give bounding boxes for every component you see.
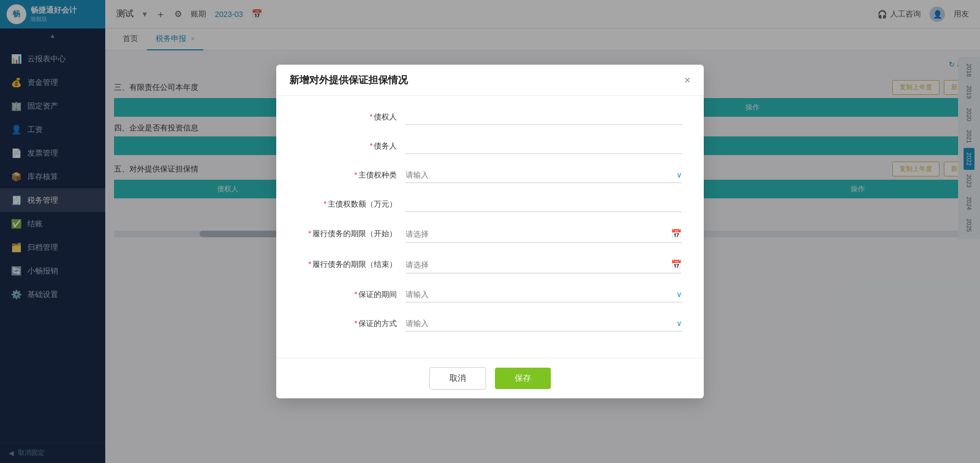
input-debtor[interactable] bbox=[406, 138, 682, 154]
form-label-creditor-type: *主债权种类 bbox=[298, 170, 397, 180]
select-input-guarantee-period[interactable] bbox=[406, 290, 676, 299]
required-mark-obligation-start: * bbox=[309, 229, 311, 238]
modal-close-btn[interactable]: × bbox=[684, 75, 691, 85]
input-creditor-amount[interactable] bbox=[406, 196, 682, 212]
required-mark-creditor-type: * bbox=[355, 170, 357, 179]
form-row-debtor: *债务人 bbox=[298, 138, 682, 154]
form-row-guarantee-method: *保证的方式 ∨ bbox=[298, 316, 682, 331]
form-row-creditor: *债权人 bbox=[298, 109, 682, 125]
select-arrow-creditor-type[interactable]: ∨ bbox=[676, 170, 682, 179]
required-mark-creditor-amount: * bbox=[324, 199, 327, 208]
form-label-obligation-end: *履行债务的期限（结束） bbox=[298, 260, 397, 270]
required-mark-obligation-end: * bbox=[309, 260, 311, 268]
modal-header: 新增对外提供保证担保情况 × bbox=[276, 65, 704, 96]
select-arrow-guarantee-method[interactable]: ∨ bbox=[676, 319, 682, 328]
modal-body: *债权人*债务人*主债权种类 ∨*主债权数额（万元）*履行债务的期限（开始） 📅… bbox=[276, 96, 704, 358]
form-row-obligation-start: *履行债务的期限（开始） 📅 bbox=[298, 225, 682, 243]
required-mark-debtor: * bbox=[370, 141, 373, 150]
select-wrap-creditor-type: ∨ bbox=[406, 167, 682, 183]
date-icon-obligation-end[interactable]: 📅 bbox=[671, 259, 682, 270]
form-row-creditor-type: *主债权种类 ∨ bbox=[298, 167, 682, 183]
form-label-guarantee-period: *保证的期间 bbox=[298, 290, 397, 300]
form-label-obligation-start: *履行债务的期限（开始） bbox=[298, 229, 397, 239]
select-wrap-guarantee-method: ∨ bbox=[406, 316, 682, 331]
form-row-creditor-amount: *主债权数额（万元） bbox=[298, 196, 682, 212]
form-label-debtor: *债务人 bbox=[298, 141, 397, 151]
required-mark-guarantee-method: * bbox=[355, 319, 357, 328]
select-wrap-guarantee-period: ∨ bbox=[406, 287, 682, 302]
form-row-guarantee-period: *保证的期间 ∨ bbox=[298, 287, 682, 302]
select-input-creditor-type[interactable] bbox=[406, 170, 676, 179]
form-label-guarantee-method: *保证的方式 bbox=[298, 319, 397, 329]
date-wrap-obligation-start: 📅 bbox=[406, 225, 682, 243]
date-wrap-obligation-end: 📅 bbox=[406, 256, 682, 273]
required-mark-guarantee-period: * bbox=[355, 290, 357, 299]
select-arrow-guarantee-period[interactable]: ∨ bbox=[676, 290, 682, 299]
cancel-button[interactable]: 取消 bbox=[429, 367, 486, 390]
date-input-obligation-end[interactable] bbox=[406, 260, 671, 269]
select-input-guarantee-method[interactable] bbox=[406, 319, 676, 328]
date-input-obligation-start[interactable] bbox=[406, 230, 671, 238]
modal-title: 新增对外提供保证担保情况 bbox=[289, 73, 408, 87]
date-icon-obligation-start[interactable]: 📅 bbox=[671, 228, 682, 239]
required-mark-creditor: * bbox=[370, 112, 373, 121]
save-button[interactable]: 保存 bbox=[495, 368, 551, 389]
modal: 新增对外提供保证担保情况 × *债权人*债务人*主债权种类 ∨*主债权数额（万元… bbox=[276, 65, 704, 398]
form-label-creditor: *债权人 bbox=[298, 112, 397, 122]
form-label-creditor-amount: *主债权数额（万元） bbox=[298, 199, 397, 209]
modal-footer: 取消 保存 bbox=[276, 358, 704, 398]
form-row-obligation-end: *履行债务的期限（结束） 📅 bbox=[298, 256, 682, 273]
modal-overlay: 新增对外提供保证担保情况 × *债权人*债务人*主债权种类 ∨*主债权数额（万元… bbox=[0, 0, 980, 463]
input-creditor[interactable] bbox=[406, 109, 682, 125]
